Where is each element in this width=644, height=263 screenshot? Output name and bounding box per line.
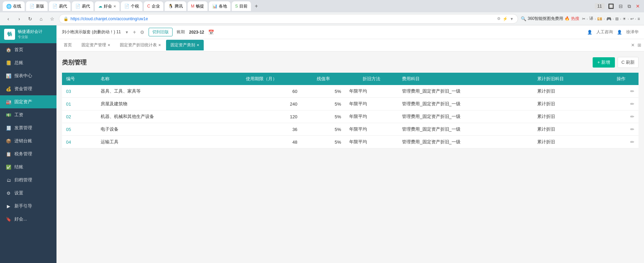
tab-area-close-icon[interactable]: ✕	[631, 43, 635, 48]
page-body: 类别管理 + 新增 C 刷新 编号 名称 使用期限（月） 残值率 折旧方法 费用…	[56, 51, 644, 263]
home-nav-btn[interactable]: ⌂	[37, 15, 45, 23]
cut-icon[interactable]: ✂	[582, 16, 585, 21]
sidebar-item-payroll[interactable]: 💵 工资	[0, 108, 56, 121]
sidebar-item-invoice[interactable]: 🧾 发票管理	[0, 121, 56, 134]
sidebar-item-reports[interactable]: 📊 报表中心	[0, 69, 56, 82]
sidebar-item-more[interactable]: 🔖 好会...	[0, 213, 56, 226]
refresh-btn[interactable]: C 刷新	[618, 57, 639, 68]
col-action: 操作	[604, 73, 639, 85]
page-actions: + 新增 C 刷新	[593, 57, 639, 68]
tab-count-badge: 11	[595, 3, 605, 9]
refresh-nav-btn[interactable]: ↻	[26, 15, 34, 23]
page-tab-depreciation-table[interactable]: 固定资产折旧统计表 ✕	[115, 40, 165, 50]
calendar-icon[interactable]: 📅	[208, 29, 214, 35]
currency-icon[interactable]: 💴	[597, 16, 602, 21]
sidebar-item-tax[interactable]: 📋 税务管理	[0, 147, 56, 160]
minimize-btn[interactable]: 🔲	[607, 3, 615, 9]
cell-expense-4: 管理费用_固定资产折旧_一级	[398, 136, 533, 148]
sidebar-item-closing[interactable]: ✅ 结账	[0, 160, 56, 174]
browser-tab-5[interactable]: ☁ 好会 ✕	[95, 1, 119, 11]
browser-tab-3[interactable]: 📄 易代	[49, 1, 71, 11]
browser-tab-bar: 🌐 在线 📄 新版 📄 易代 📄 易代 ☁ 好会 ✕ 📄 个税 C 企业 🐧 腾…	[0, 0, 644, 12]
edit-btn-4[interactable]: ✏	[630, 139, 634, 145]
browser-tab-10[interactable]: 📊 各地	[209, 1, 230, 11]
col-depreciation: 折旧方法	[345, 73, 398, 85]
close-asset-category-tab[interactable]: ✕	[197, 43, 199, 47]
maximize-btn[interactable]: ⊟	[617, 3, 624, 9]
edit-btn-3[interactable]: ✏	[630, 127, 634, 132]
grid-icon[interactable]: ⊞	[615, 16, 619, 21]
close-window-btn[interactable]: ✕	[634, 3, 641, 9]
browser-tab-4[interactable]: 📄 易代	[72, 1, 93, 11]
browser-tab-9[interactable]: M 畅提	[188, 1, 207, 11]
payroll-icon: 💵	[5, 112, 12, 118]
cell-action-2: ✏	[604, 110, 639, 123]
game-icon[interactable]: 🎮	[606, 16, 611, 21]
funds-icon: 💰	[5, 86, 12, 92]
cell-depreciation-4: 年限平均	[345, 136, 398, 148]
back-btn[interactable]: ‹	[4, 15, 12, 23]
browser-tab-7[interactable]: C 企业	[144, 1, 163, 11]
page-tab-fixed-assets-mgmt[interactable]: 固定资产管理 ✕	[77, 40, 115, 50]
cell-accumulated-4: 累计折旧	[533, 136, 604, 148]
consult-icon: 👤	[587, 30, 592, 35]
sidebar-item-guide[interactable]: ▶ 新手引导	[0, 200, 56, 213]
switch-version-btn[interactable]: 切到旧版	[149, 28, 173, 36]
translate-icon[interactable]: 译	[589, 16, 593, 22]
lightning-icon: ⚡	[503, 16, 508, 21]
sidebar-item-home[interactable]: 🏠 首页	[0, 43, 56, 56]
ssl-icon: 🔒	[63, 16, 68, 21]
invoice-icon: 🧾	[5, 125, 12, 131]
restore-btn[interactable]: ⧉	[626, 3, 632, 9]
browser-tab-6[interactable]: 📄 个税	[121, 1, 142, 11]
browser-tab-2[interactable]: 📄 新版	[26, 1, 48, 11]
edit-btn-2[interactable]: ✏	[630, 114, 634, 119]
menu-icon[interactable]: ≡	[637, 16, 640, 21]
browser-tab-5-close[interactable]: ✕	[113, 4, 116, 8]
sidebar-item-settings[interactable]: ⚙ 设置	[0, 187, 56, 200]
undo-icon[interactable]: ↩	[630, 16, 634, 21]
period-label: 账期	[177, 29, 185, 35]
bookmark-btn[interactable]: ☆	[48, 15, 56, 23]
add-category-btn[interactable]: + 新增	[593, 57, 615, 68]
sun-icon[interactable]: ☀	[622, 16, 626, 21]
ledger-icon: 📒	[5, 60, 12, 66]
forward-btn[interactable]: ›	[15, 15, 23, 23]
url-bar[interactable]: 🔒 https://cloud.chanjet.com/accounting/u…	[59, 14, 518, 24]
sidebar-item-fixed-assets[interactable]: 🏭 固定资产	[0, 95, 56, 108]
header-dropdown-icon[interactable]: ▼	[125, 30, 129, 34]
new-tab-btn[interactable]: +	[252, 2, 261, 10]
header-settings-icon[interactable]: ⚙	[140, 29, 144, 35]
table-row: 04 运输工具 48 5% 年限平均 管理费用_固定资产折旧_一级 累计折旧 ✏	[62, 136, 639, 148]
col-period: 使用期限（月）	[222, 73, 301, 85]
col-code: 编号	[62, 73, 97, 85]
table-row: 03 器具、工具、家具等 60 5% 年限平均 管理费用_固定资产折旧_一级 累…	[62, 85, 639, 98]
browser-tab-11[interactable]: S 目前	[232, 1, 251, 11]
page-tab-asset-category[interactable]: 固定资产类别 ✕	[166, 40, 204, 50]
sidebar-item-inventory[interactable]: 📦 进销台账	[0, 134, 56, 147]
url-dropdown-icon[interactable]: ▼	[510, 17, 514, 21]
edit-btn-0[interactable]: ✏	[630, 88, 634, 94]
app-wrapper: 畅 畅捷通好会计 专业版 🏠 首页 📒 总账 📊 报表中心 💰 资金管理	[0, 25, 644, 263]
archive-icon: 🗂	[5, 177, 12, 183]
close-fixed-assets-mgmt-tab[interactable]: ✕	[108, 43, 110, 47]
cell-depreciation-2: 年限平均	[345, 110, 398, 123]
cell-accumulated-3: 累计折旧	[533, 123, 604, 136]
table-row: 01 房屋及建筑物 240 5% 年限平均 管理费用_固定资产折旧_一级 累计折…	[62, 98, 639, 110]
header-add-btn[interactable]: +	[133, 29, 136, 35]
cell-period-0: 60	[222, 85, 301, 98]
close-depreciation-table-tab[interactable]: ✕	[158, 43, 161, 47]
table-row: 05 电子设备 36 5% 年限平均 管理费用_固定资产折旧_一级 累计折旧 ✏	[62, 123, 639, 136]
sidebar-item-archive[interactable]: 🗂 归档管理	[0, 174, 56, 187]
tab-area-expand-icon[interactable]: ⊞	[637, 43, 641, 48]
sidebar-item-ledger[interactable]: 📒 总账	[0, 56, 56, 69]
browser-tab-8[interactable]: 🐧 腾讯	[165, 1, 186, 11]
cell-expense-3: 管理费用_固定资产折旧_一级	[398, 123, 533, 136]
browser-tab-1[interactable]: 🌐 在线	[3, 1, 25, 11]
consult-label[interactable]: 人工咨询	[596, 29, 613, 35]
edit-btn-1[interactable]: ✏	[630, 101, 634, 107]
page-tab-home[interactable]: 首页	[59, 40, 76, 50]
col-expense: 费用科目	[398, 73, 533, 85]
sidebar-item-funds[interactable]: 💰 资金管理	[0, 82, 56, 95]
guide-icon: ▶	[5, 203, 12, 209]
